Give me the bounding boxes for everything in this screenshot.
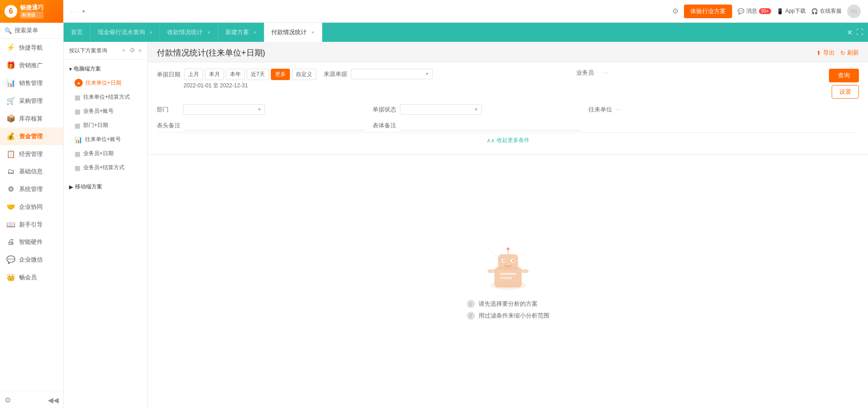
header-note-label: 表头备注 bbox=[157, 121, 180, 130]
scheme-item-label: 往来单位+账号 bbox=[85, 136, 121, 143]
tab-bank-flow[interactable]: 现金银行流水查询 × bbox=[90, 23, 160, 42]
sidebar-item-weixin[interactable]: 💬 企业微信 bbox=[0, 251, 63, 268]
app-name: 畅捷通巧 bbox=[20, 4, 44, 11]
messages-label: 消息 bbox=[746, 7, 757, 15]
scheme-panel-title: 按以下方案查询 bbox=[69, 47, 107, 55]
partner-filter-label: 往来单位 bbox=[589, 106, 612, 114]
header-note-input[interactable] bbox=[184, 120, 365, 131]
breadcrumb-dropdown-icon[interactable]: ▾ bbox=[82, 8, 85, 15]
refresh-label: 刷新 bbox=[847, 49, 859, 57]
tab-receipts-close[interactable]: × bbox=[207, 30, 210, 35]
scheme-group-mobile-title[interactable]: ▶ 移动端方案 bbox=[64, 180, 147, 193]
collapse-filter-button[interactable]: ∧∧ 收起更多条件 bbox=[157, 132, 859, 148]
scheme-item-partner-date[interactable]: ● 往来单位+日期 bbox=[64, 76, 147, 90]
svg-rect-9 bbox=[488, 269, 495, 273]
tab-payment-close[interactable]: × bbox=[311, 30, 314, 35]
svg-rect-11 bbox=[500, 273, 516, 275]
sidebar-settings-icon[interactable]: ⚙ bbox=[5, 396, 11, 404]
sidebar-item-enterprise[interactable]: 🤝 企业协同 bbox=[0, 198, 63, 216]
sidebar-item-label: 销售管理 bbox=[19, 79, 43, 87]
filter-area: 单据日期 上月 本月 本年 近7天 更多 自定义 2022-01-01 至 20… bbox=[148, 62, 868, 155]
scheme-group-label: 移动端方案 bbox=[75, 183, 102, 191]
scheme-item-salesman-settle[interactable]: ▦ 业务员+结算方式 bbox=[64, 161, 147, 175]
sidebar-item-system[interactable]: ⚙ 系统管理 bbox=[0, 180, 63, 198]
tab-close-all-icon[interactable]: ✕ bbox=[847, 28, 853, 37]
svg-rect-2 bbox=[498, 254, 518, 270]
source-select[interactable]: ▾ bbox=[351, 69, 433, 79]
app-edition: 标准版 bbox=[20, 11, 44, 19]
sidebar-item-label: 畅会员 bbox=[19, 273, 37, 282]
filter-settings-button[interactable]: 设置 bbox=[832, 85, 859, 99]
tab-payment-stats[interactable]: 付款情况统计 × bbox=[264, 23, 322, 42]
app-download-btn[interactable]: 📱 App下载 bbox=[777, 7, 806, 15]
scheme-item-salesman-date[interactable]: ▦ 业务员+日期 bbox=[64, 146, 147, 161]
scheme-item-dept-date[interactable]: ▦ 部门+日期 bbox=[64, 118, 147, 132]
date-btn-this-month[interactable]: 本月 bbox=[205, 69, 224, 80]
sidebar-item-label: 基础信息 bbox=[19, 167, 43, 176]
sidebar-item-sales[interactable]: 📊 销售管理 bbox=[0, 74, 63, 92]
member-icon: 👑 bbox=[6, 273, 15, 282]
sidebar: 6 畅捷通巧 标准版 🔍 搜索菜单 ⚡ 快捷导航 🎁 营销推广 📊 销售管理 🛒… bbox=[0, 0, 64, 409]
scheme-item-label: 业务员+日期 bbox=[83, 150, 114, 157]
industry-scheme-button[interactable]: 体验行业方案 bbox=[684, 5, 732, 18]
sidebar-item-hardware[interactable]: 🖨 智能硬件 bbox=[0, 233, 63, 251]
sidebar-item-purchase[interactable]: 🛒 采购管理 bbox=[0, 92, 63, 110]
user-avatar[interactable]: Rit bbox=[847, 5, 861, 18]
svg-line-13 bbox=[490, 251, 497, 256]
scheme-collapse-icon[interactable]: « bbox=[138, 46, 142, 55]
sidebar-menu: ⚡ 快捷导航 🎁 营销推广 📊 销售管理 🛒 采购管理 📦 库存核算 💰 资金管… bbox=[0, 39, 63, 391]
tab-receipts-stats[interactable]: 收款情况统计 × bbox=[160, 23, 218, 42]
scheme-group-desktop-title[interactable]: ▾ 电脑端方案 bbox=[64, 62, 147, 76]
salesman-filter-label: 业务员 bbox=[576, 69, 599, 77]
quick-nav-icon: ⚡ bbox=[6, 43, 15, 52]
tab-new-scheme-close[interactable]: × bbox=[254, 30, 256, 35]
date-btn-7days[interactable]: 近7天 bbox=[247, 69, 269, 80]
partner-filter-dots[interactable]: ··· bbox=[616, 106, 622, 114]
scheme-group-arrow: ▶ bbox=[69, 184, 73, 190]
sidebar-item-quick-nav[interactable]: ⚡ 快捷导航 bbox=[0, 39, 63, 56]
body-note-input[interactable] bbox=[400, 120, 581, 131]
active-indicator: ● bbox=[75, 79, 83, 87]
breadcrumb: · · · ▾ bbox=[71, 8, 667, 15]
scheme-item-label: 业务员+账号 bbox=[83, 107, 114, 115]
tab-expand-icon[interactable]: ⛶ bbox=[856, 28, 863, 36]
empty-tips: 1 请先选择要分析的方案 2 用过滤条件来缩小分析范围 bbox=[467, 300, 549, 320]
collapse-label: 收起更多条件 bbox=[497, 136, 529, 144]
date-buttons: 上月 本月 本年 近7天 更多 自定义 bbox=[184, 69, 316, 80]
scheme-item-salesman-account[interactable]: ▦ 业务员+账号 bbox=[64, 104, 147, 118]
tab-new-scheme[interactable]: 新建方案 × bbox=[218, 23, 264, 42]
sidebar-item-inventory[interactable]: 📦 库存核算 bbox=[0, 110, 63, 127]
online-service-btn[interactable]: 🎧 在线客服 bbox=[811, 7, 842, 15]
query-button[interactable]: 查询 bbox=[829, 69, 859, 82]
search-menu[interactable]: 🔍 搜索菜单 bbox=[0, 23, 63, 39]
add-scheme-icon[interactable]: ＋ bbox=[120, 46, 127, 55]
doc-status-select[interactable]: ▾ bbox=[400, 104, 482, 115]
sidebar-item-finance[interactable]: 💰 资金管理 bbox=[0, 127, 63, 145]
sidebar-item-operations[interactable]: 📋 经营管理 bbox=[0, 145, 63, 163]
scheme-panel: 按以下方案查询 ＋ ⚙ « ▾ 电脑端方案 ● 往来单位+日期 ▦ bbox=[64, 42, 148, 409]
sidebar-item-guide[interactable]: 📖 新手引导 bbox=[0, 216, 63, 233]
date-btn-last-month[interactable]: 上月 bbox=[184, 69, 203, 80]
sidebar-item-label: 营销推广 bbox=[19, 61, 43, 70]
date-btn-more[interactable]: 更多 bbox=[271, 69, 290, 80]
sidebar-item-marketing[interactable]: 🎁 营销推广 bbox=[0, 56, 63, 74]
date-btn-this-year[interactable]: 本年 bbox=[226, 69, 245, 80]
salesman-filter-dots[interactable]: ··· bbox=[603, 69, 609, 77]
scheme-item-partner-settle[interactable]: ▦ 往来单位+结算方式 bbox=[64, 90, 147, 104]
date-btn-custom[interactable]: 自定义 bbox=[292, 69, 316, 80]
refresh-button[interactable]: ↻ 刷新 bbox=[840, 49, 859, 57]
purchase-icon: 🛒 bbox=[6, 96, 15, 105]
messages-btn[interactable]: 💬 消息 99+ bbox=[738, 7, 771, 15]
scheme-item-partner-account[interactable]: 📊 往来单位+账号 bbox=[64, 132, 147, 146]
dept-select[interactable]: ▾ bbox=[183, 104, 265, 115]
scheme-settings-icon[interactable]: ⚙ bbox=[130, 46, 135, 55]
tab-bank-flow-close[interactable]: × bbox=[150, 30, 152, 35]
sidebar-item-basic-info[interactable]: 🗂 基础信息 bbox=[0, 163, 63, 180]
sidebar-collapse-icon[interactable]: ◀◀ bbox=[48, 396, 59, 404]
tab-home[interactable]: 首页 bbox=[64, 23, 90, 42]
topbar-settings-icon[interactable]: ⚙ bbox=[672, 7, 678, 15]
export-button[interactable]: ⬆ 导出 bbox=[816, 49, 835, 57]
sidebar-item-label: 智能硬件 bbox=[19, 238, 43, 246]
body-note-label: 表体备注 bbox=[373, 121, 396, 130]
sidebar-item-member[interactable]: 👑 畅会员 bbox=[0, 268, 63, 286]
